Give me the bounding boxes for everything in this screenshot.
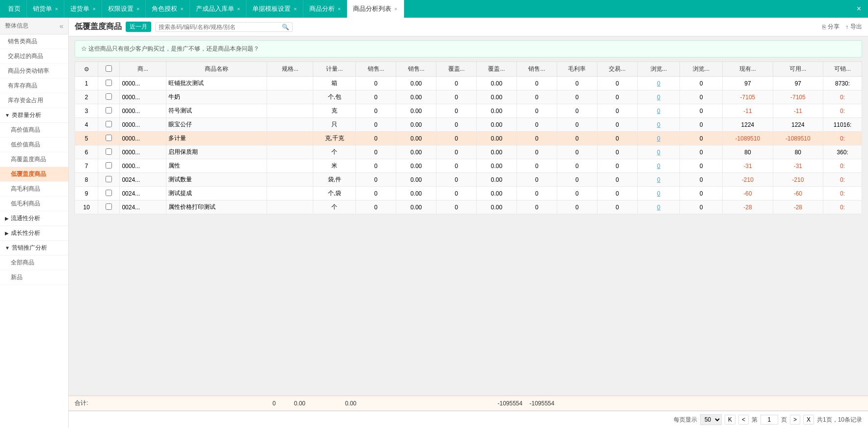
search-icon[interactable]: 🔍 — [282, 24, 289, 30]
cell-check[interactable] — [98, 187, 120, 200]
row-checkbox[interactable] — [106, 176, 112, 182]
data-table: ⚙ 商... 商品名称 规格... 计量... 销售... 销售... 覆盖..… — [75, 61, 862, 214]
col-header-sales-num[interactable]: 销售... — [356, 62, 396, 77]
sidebar-group-marketing[interactable]: ▼ 营销推广分析 — [0, 241, 68, 256]
col-header-cov1[interactable]: 覆盖... — [436, 62, 477, 77]
col-header-cov2[interactable]: 覆盖... — [476, 62, 516, 77]
col-header-settings[interactable]: ⚙ — [75, 62, 98, 77]
sidebar-item-traded-goods[interactable]: 交易过的商品 — [0, 49, 68, 64]
col-header-sales3[interactable]: 销售... — [516, 62, 557, 77]
nav-sales-order[interactable]: 销货单 × — [27, 0, 64, 18]
sidebar-group-growth[interactable]: ▶ 成长性分析 — [0, 226, 68, 241]
cell-avail: 0: — [823, 104, 862, 118]
nav-home[interactable]: 首页 — [2, 0, 27, 18]
sidebar-group-liquidity[interactable]: ▶ 流通性分析 — [0, 211, 68, 226]
col-header-sales-amt[interactable]: 销售... — [396, 62, 436, 77]
sidebar-collapse-button[interactable]: « — [59, 22, 63, 30]
nav-product-inbound[interactable]: 产成品入库单 × — [190, 0, 246, 18]
sidebar-item-new-goods[interactable]: 新品 — [0, 270, 68, 285]
nav-product-analysis[interactable]: 商品分析 × — [303, 0, 347, 18]
cell-browse1[interactable]: 0 — [637, 200, 680, 214]
cell-check[interactable] — [98, 173, 120, 187]
sidebar-item-low-coverage[interactable]: 低覆盖度商品 — [0, 167, 68, 182]
cell-browse1[interactable]: 0 — [637, 90, 680, 104]
col-header-curr2[interactable]: 可用... — [773, 62, 823, 77]
sidebar-item-all-goods[interactable]: 全部商品 — [0, 256, 68, 270]
nav-permission[interactable]: 权限设置 × — [102, 0, 146, 18]
col-header-browse2[interactable]: 浏览... — [680, 62, 723, 77]
sidebar-item-in-stock-goods[interactable]: 有库存商品 — [0, 79, 68, 93]
row-checkbox[interactable] — [106, 121, 112, 127]
sidebar-item-low-margin[interactable]: 低毛利商品 — [0, 197, 68, 211]
col-header-check[interactable] — [98, 62, 120, 77]
close-product-inbound-icon[interactable]: × — [237, 6, 240, 12]
col-header-code[interactable]: 商... — [120, 62, 166, 77]
page-number-input[interactable] — [760, 415, 778, 425]
close-all-tabs-button[interactable]: × — [852, 4, 866, 13]
col-header-unit[interactable]: 计量... — [313, 62, 356, 77]
close-sales-order-icon[interactable]: × — [55, 6, 58, 12]
row-checkbox[interactable] — [106, 107, 112, 114]
cell-browse1[interactable]: 0 — [637, 159, 680, 173]
row-checkbox[interactable] — [106, 162, 112, 169]
nav-purchase-order[interactable]: 进货单 × — [64, 0, 102, 18]
cell-browse1[interactable]: 0 — [637, 187, 680, 200]
period-button[interactable]: 近一月 — [126, 22, 151, 32]
sidebar-item-low-value[interactable]: 低价值商品 — [0, 138, 68, 152]
sidebar-item-high-value[interactable]: 高价值商品 — [0, 123, 68, 138]
per-page-select[interactable]: 50 — [700, 414, 722, 425]
last-page-button[interactable]: X — [803, 415, 814, 425]
cell-check[interactable] — [98, 200, 120, 214]
cell-check[interactable] — [98, 77, 120, 90]
first-page-button[interactable]: K — [725, 415, 735, 425]
close-role-auth-icon[interactable]: × — [180, 6, 183, 12]
sidebar-item-sales-goods[interactable]: 销售类商品 — [0, 34, 68, 49]
col-header-trans[interactable]: 交易... — [597, 62, 637, 77]
cell-check[interactable] — [98, 104, 120, 118]
nav-template-settings[interactable]: 单据模板设置 × — [246, 0, 303, 18]
cell-browse1[interactable]: 0 — [637, 104, 680, 118]
row-checkbox[interactable] — [106, 93, 112, 100]
cell-browse1[interactable]: 0 — [637, 145, 680, 159]
col-header-name[interactable]: 商品名称 — [166, 62, 267, 77]
col-header-browse1[interactable]: 浏览... — [637, 62, 680, 77]
col-header-spec[interactable]: 规格... — [267, 62, 313, 77]
row-checkbox[interactable] — [106, 148, 112, 155]
share-button[interactable]: ⎘ 分享 — [822, 23, 840, 31]
cell-browse1[interactable]: 0 — [637, 173, 680, 187]
row-checkbox[interactable] — [106, 135, 112, 141]
close-template-settings-icon[interactable]: × — [294, 6, 297, 12]
sidebar-item-category-sales-rate[interactable]: 商品分类动销率 — [0, 64, 68, 79]
col-header-gross[interactable]: 毛利率 — [557, 62, 597, 77]
nav-role-auth[interactable]: 角色授权 × — [146, 0, 190, 18]
cell-check[interactable] — [98, 145, 120, 159]
cell-check[interactable] — [98, 118, 120, 132]
close-product-analysis-list-icon[interactable]: × — [394, 6, 397, 12]
sidebar-item-high-coverage[interactable]: 高覆盖度商品 — [0, 152, 68, 167]
prev-page-button[interactable]: < — [738, 415, 749, 425]
cell-browse2: 0 — [680, 200, 723, 214]
row-checkbox[interactable] — [106, 203, 112, 210]
row-checkbox[interactable] — [106, 80, 112, 86]
sidebar-item-high-margin[interactable]: 高毛利商品 — [0, 182, 68, 197]
close-purchase-order-icon[interactable]: × — [92, 6, 95, 12]
cell-check[interactable] — [98, 90, 120, 104]
search-input[interactable] — [159, 24, 280, 30]
col-header-avail[interactable]: 可销... — [823, 62, 862, 77]
cell-check[interactable] — [98, 132, 120, 145]
close-product-analysis-icon[interactable]: × — [338, 6, 341, 12]
sidebar-group-cluster-analysis[interactable]: ▼ 类群量分析 — [0, 108, 68, 123]
cell-browse1[interactable]: 0 — [637, 132, 680, 145]
select-all-checkbox[interactable] — [106, 65, 112, 72]
export-button[interactable]: ↑ 导出 — [845, 23, 862, 31]
col-header-curr1[interactable]: 现有... — [723, 62, 773, 77]
nav-product-analysis-list[interactable]: 商品分析列表 × — [347, 0, 404, 18]
sidebar-item-stock-capital[interactable]: 库存资金占用 — [0, 93, 68, 108]
next-page-button[interactable]: > — [790, 415, 800, 425]
cell-browse1[interactable]: 0 — [637, 77, 680, 90]
close-permission-icon[interactable]: × — [136, 6, 139, 12]
cell-check[interactable] — [98, 159, 120, 173]
cell-browse1[interactable]: 0 — [637, 118, 680, 132]
row-checkbox[interactable] — [106, 190, 112, 196]
cell-avail: 360: — [823, 145, 862, 159]
